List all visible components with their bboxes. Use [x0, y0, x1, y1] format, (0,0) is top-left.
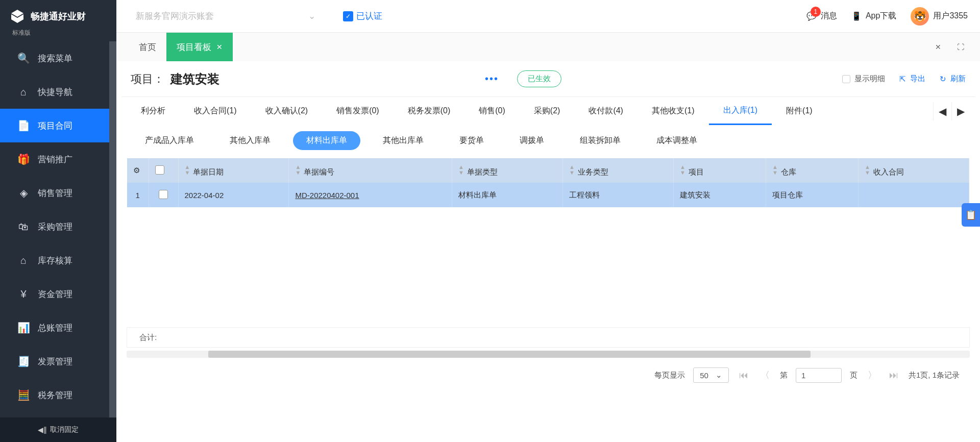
help-fab[interactable]: 📋	[962, 203, 980, 227]
sidebar-item-10[interactable]: 🧮税务管理	[0, 378, 116, 412]
next-page-button[interactable]: 〉	[866, 369, 879, 381]
sidebar-item-7[interactable]: ¥资金管理	[0, 277, 116, 311]
tabs-next-button[interactable]: ▶	[951, 102, 970, 120]
col-4[interactable]: ▲▼项目	[674, 158, 766, 183]
sidebar-item-9[interactable]: 🧾发票管理	[0, 345, 116, 378]
badge-count: 1	[811, 7, 821, 17]
export-button[interactable]: ⇱ 导出	[899, 74, 925, 84]
sub-tabs: 利分析收入合同(1)收入确认(2)销售发票(0)税务发票(0)销售(0)采购(2…	[121, 96, 975, 125]
refresh-icon: ↻	[940, 75, 946, 84]
subtab2-4[interactable]: 要货单	[446, 131, 497, 150]
sort-icon: ▲▼	[295, 164, 301, 176]
page-input[interactable]: 1	[796, 368, 842, 383]
subtab-2[interactable]: 收入确认(2)	[251, 97, 323, 125]
last-page-button[interactable]: ⏭	[887, 370, 900, 381]
subtab-5[interactable]: 销售(0)	[464, 97, 520, 125]
menu-icon: 🧮	[17, 389, 30, 401]
prev-page-button[interactable]: 〈	[758, 369, 772, 381]
sidebar-item-2[interactable]: 📄项目合同	[0, 109, 116, 142]
sidebar-item-3[interactable]: 🎁营销推广	[0, 142, 116, 176]
subtab-10[interactable]: 附件(1)	[772, 97, 827, 125]
phone-icon: 📱	[851, 11, 862, 21]
subtab2-3[interactable]: 其他出库单	[370, 131, 437, 150]
checkbox-icon	[842, 75, 850, 83]
menu-icon: 🧾	[17, 355, 30, 367]
tabs-prev-button[interactable]: ◀	[933, 102, 951, 120]
subtab-6[interactable]: 采购(2)	[520, 97, 575, 125]
subtab2-6[interactable]: 组装拆卸单	[567, 131, 634, 150]
gear-icon[interactable]: ⚙	[127, 158, 149, 183]
tab-project-board[interactable]: 项目看板 ✕	[166, 33, 233, 61]
subtab-4[interactable]: 税务发票(0)	[394, 97, 465, 125]
sidebar-item-6[interactable]: ⌂库存核算	[0, 243, 116, 277]
user-menu[interactable]: 🐯 用户3355	[911, 7, 968, 26]
menu-icon: 🔍	[17, 52, 30, 64]
col-3[interactable]: ▲▼业务类型	[563, 158, 674, 183]
doc-link[interactable]: MD-20220402-001	[295, 191, 359, 200]
toggle-pin-button[interactable]: ◀‖ 取消固定	[0, 418, 116, 442]
tenant-select[interactable]: 新服务官网演示账套 ⌄	[129, 7, 323, 26]
project-label: 项目：	[131, 71, 164, 87]
subtab2-7[interactable]: 成本调整单	[643, 131, 710, 150]
subtab2-0[interactable]: 产成品入库单	[132, 131, 207, 150]
subtab-0[interactable]: 利分析	[127, 97, 180, 125]
page-size-select[interactable]: 50 ⌄	[693, 367, 729, 383]
sort-icon: ▲▼	[772, 164, 778, 176]
close-icon[interactable]: ✕	[216, 43, 223, 51]
show-detail-checkbox[interactable]: 显示明细	[842, 74, 885, 84]
sort-icon: ▲▼	[458, 164, 464, 176]
close-all-button[interactable]: ✕	[931, 40, 945, 54]
sidebar-item-1[interactable]: ⌂快捷导航	[0, 75, 116, 109]
more-icon[interactable]: •••	[485, 73, 499, 85]
subtab-1[interactable]: 收入合同(1)	[180, 97, 251, 125]
sort-icon: ▲▼	[680, 164, 685, 176]
sidebar-item-0[interactable]: 🔍搜索菜单	[0, 41, 116, 75]
sort-icon: ▲▼	[185, 164, 190, 176]
main: 新服务官网演示账套 ⌄ ✓ 已认证 💬 1 消息 📱 App下载 �	[116, 0, 980, 442]
menu-icon: ⌂	[17, 86, 30, 98]
subtab2-1[interactable]: 其他入库单	[216, 131, 284, 150]
select-all-checkbox[interactable]	[149, 158, 178, 183]
fullscreen-button[interactable]: ⛶	[953, 40, 968, 54]
row-checkbox[interactable]	[159, 190, 168, 199]
messages-button[interactable]: 💬 1 消息	[806, 11, 837, 21]
subtab-9[interactable]: 出入库(1)	[709, 97, 772, 125]
sidebar-item-5[interactable]: 🛍采购管理	[0, 210, 116, 243]
table-row[interactable]: 12022-04-02MD-20220402-001材料出库单工程领料建筑安装项…	[127, 183, 969, 207]
col-5[interactable]: ▲▼仓库	[766, 158, 859, 183]
subtab-3[interactable]: 销售发票(0)	[322, 97, 394, 125]
download-button[interactable]: 📱 App下载	[851, 11, 896, 21]
project-name: 建筑安装	[170, 71, 219, 87]
export-icon: ⇱	[899, 75, 906, 84]
logo: 畅捷通好业财	[0, 0, 116, 33]
first-page-button[interactable]: ⏮	[737, 370, 750, 381]
menu-icon: ◈	[17, 187, 30, 199]
menu-icon: 📄	[17, 119, 30, 132]
shield-icon: ✓	[343, 11, 353, 21]
brand-edition: 标准版	[0, 29, 116, 37]
sidebar: 畅捷通好业财 标准版 🔍搜索菜单⌂快捷导航📄项目合同🎁营销推广◈销售管理🛍采购管…	[0, 0, 116, 442]
subtab-8[interactable]: 其他收支(1)	[638, 97, 709, 125]
page-info: 共1页, 1条记录	[909, 371, 960, 380]
menu-icon: ⌂	[17, 254, 30, 266]
refresh-button[interactable]: ↻ 刷新	[940, 74, 966, 84]
sidebar-item-8[interactable]: 📊总账管理	[0, 311, 116, 345]
page-tabs: 首页 项目看板 ✕ ✕ ⛶	[116, 33, 980, 61]
sidebar-scrollbar[interactable]	[109, 41, 116, 418]
sidebar-item-4[interactable]: ◈销售管理	[0, 176, 116, 210]
data-table: ⚙▲▼单据日期▲▼单据编号▲▼单据类型▲▼业务类型▲▼项目▲▼仓库▲▼收入合同 …	[127, 158, 969, 207]
tab-home[interactable]: 首页	[129, 33, 166, 61]
subtab2-2[interactable]: 材料出库单	[293, 131, 360, 150]
col-1[interactable]: ▲▼单据编号	[289, 158, 452, 183]
col-0[interactable]: ▲▼单据日期	[178, 158, 289, 183]
sort-icon: ▲▼	[569, 164, 575, 176]
chevron-down-icon: ⌄	[308, 11, 315, 21]
col-2[interactable]: ▲▼单据类型	[452, 158, 563, 183]
col-6[interactable]: ▲▼收入合同	[859, 158, 969, 183]
brand-name: 畅捷通好业财	[31, 10, 86, 22]
menu-icon: ¥	[17, 288, 30, 300]
subtab2-5[interactable]: 调拨单	[506, 131, 557, 150]
h-scrollbar[interactable]	[127, 351, 970, 358]
pagination: 每页显示 50 ⌄ ⏮ 〈 第 1 页 〉 ⏭ 共1页, 1条记录	[116, 362, 980, 388]
subtab-7[interactable]: 收付款(4)	[574, 97, 638, 125]
